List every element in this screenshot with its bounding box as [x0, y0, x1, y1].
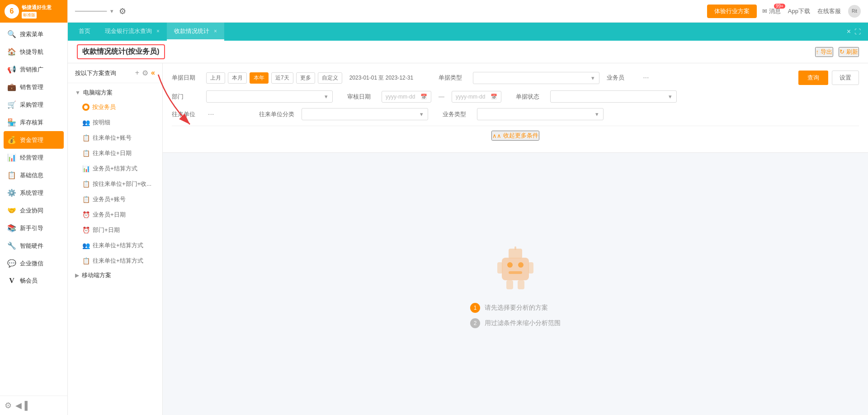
sidebar-label-operation: 经营管理 — [20, 154, 43, 162]
dropdown-arrow[interactable]: ▾ — [110, 8, 113, 14]
date-range-text: 2023-01-01 至 2023-12-31 — [349, 74, 413, 82]
sidebar-label-purchase: 采购管理 — [20, 101, 43, 109]
collapse-label: 收起更多条件 — [503, 132, 538, 140]
doc-type-dropdown[interactable]: ▾ — [473, 72, 599, 84]
tab-maximize-icon[interactable]: ⛶ — [854, 28, 861, 35]
unit-category-label: 往来单位分类 — [259, 110, 294, 118]
empty-steps: 1 请先选择要分析的方案 2 用过滤条件来缩小分析范围 — [470, 303, 561, 328]
scheme-item-salesman-date[interactable]: ⏰ 业务员+日期 — [68, 207, 162, 222]
scheme-item-unit-calc1[interactable]: 👥 往来单位+结算方式 — [68, 238, 162, 253]
avatar[interactable]: Rit — [848, 5, 861, 18]
sidebar-item-system[interactable]: ⚙️ 系统管理 — [0, 184, 67, 202]
sidebar-item-marketing[interactable]: 📢 营销推广 — [0, 61, 67, 78]
sidebar-item-sales[interactable]: 💼 销售管理 — [0, 78, 67, 96]
panel-header-actions: + ⚙ « — [135, 69, 155, 77]
sidebar-item-enterprise[interactable]: 🤝 企业协同 — [0, 202, 67, 219]
biz-type-arrow: ▾ — [595, 111, 599, 118]
scheme-item-unit-calc2[interactable]: 📋 往来单位+结算方式 — [68, 253, 162, 269]
inventory-icon: 🏪 — [7, 118, 16, 127]
scheme-item-unit-date[interactable]: 📋 往来单位+日期 — [68, 146, 162, 161]
refresh-button[interactable]: ↻ 刷新 — [839, 47, 859, 57]
tab-bank-flow-close[interactable]: × — [156, 28, 160, 34]
doc-status-dropdown[interactable]: ▾ — [550, 90, 677, 103]
tab-close-all-icon[interactable]: × — [847, 28, 851, 36]
tabbar-actions: × ⛶ — [847, 23, 864, 41]
empty-step-1: 1 请先选择要分析的方案 — [470, 303, 561, 313]
dept-date-label: 部门+日期 — [93, 226, 120, 234]
scheme-item-salesman-account[interactable]: 📋 业务员+账号 — [68, 192, 162, 207]
sidebar-item-quick-nav[interactable]: 🏠 快捷导航 — [0, 43, 67, 61]
export-button[interactable]: ↑ 导出 — [815, 47, 834, 57]
date-btn-custom[interactable]: 自定义 — [318, 72, 342, 84]
scheme-item-by-detail[interactable]: 👥 按明细 — [68, 115, 162, 130]
tab-home[interactable]: 首页 — [71, 23, 98, 41]
tab-collection-close[interactable]: × — [214, 28, 217, 34]
audit-date-start-input[interactable]: yyyy-mm-dd 📅 — [382, 91, 431, 103]
sidebar-collapse-button[interactable]: ◀▐ — [15, 401, 28, 410]
operation-icon: 📊 — [7, 153, 16, 162]
sidebar-item-basic[interactable]: 📋 基础信息 — [0, 166, 67, 184]
sidebar-item-operation[interactable]: 📊 经营管理 — [0, 149, 67, 166]
trial-button[interactable]: 体验行业方案 — [707, 5, 757, 18]
audit-date-label: 审核日期 — [347, 93, 374, 101]
system-icon: ⚙️ — [7, 189, 16, 197]
dept-arrow: ▾ — [325, 93, 328, 100]
mobile-group-header[interactable]: ▶ 移动端方案 — [68, 269, 162, 282]
tab-bank-flow-label: 现金银行流水查询 — [105, 27, 152, 35]
date-btn-more[interactable]: 更多 — [296, 72, 315, 84]
collapse-button[interactable]: ∧∧ 收起更多条件 — [491, 131, 539, 141]
panel-collapse-icon[interactable]: « — [151, 69, 155, 77]
tab-home-label: 首页 — [79, 27, 90, 35]
online-service-link[interactable]: 在线客服 — [817, 7, 841, 15]
scheme-item-by-salesman[interactable]: 按业务员 — [68, 99, 162, 115]
dept-dropdown[interactable]: ▾ — [206, 90, 333, 103]
date-btn-this-year[interactable]: 本年 — [250, 72, 269, 84]
sidebar-label-guide: 新手引导 — [20, 224, 43, 232]
unit-category-dropdown[interactable]: ▾ — [302, 108, 428, 120]
sidebar-item-inventory[interactable]: 🏪 库存核算 — [0, 113, 67, 131]
sidebar-item-search[interactable]: 🔍 搜索菜单 — [0, 25, 67, 43]
tab-collection-stats[interactable]: 收款情况统计 × — [167, 23, 224, 41]
salesman-more-btn[interactable]: ··· — [641, 74, 651, 82]
scheme-item-unit-account[interactable]: 📋 往来单位+账号 — [68, 130, 162, 146]
app-download-link[interactable]: App下载 — [788, 7, 810, 15]
biz-type-dropdown[interactable]: ▾ — [477, 108, 604, 120]
salesman-account-icon: 📋 — [82, 196, 90, 203]
detail-scheme-icon: 👥 — [82, 119, 90, 126]
sidebar-item-finance[interactable]: 💰 资金管理 — [4, 131, 64, 149]
topbar-settings-icon[interactable]: ⚙ — [119, 6, 126, 16]
desktop-group-header[interactable]: ▼ 电脑端方案 — [68, 86, 162, 99]
scheme-list: ▼ 电脑端方案 按业务员 👥 按明细 📋 — [68, 83, 162, 415]
purchase-icon: 🛒 — [7, 100, 16, 109]
date-btn-last-month[interactable]: 上月 — [206, 72, 225, 84]
sidebar-item-hardware[interactable]: 🔧 智能硬件 — [0, 237, 67, 255]
unit-account-icon: 📋 — [82, 134, 90, 141]
add-scheme-icon[interactable]: + — [135, 69, 139, 77]
unit-calc2-icon: 📋 — [82, 257, 90, 264]
scheme-item-salesman-calc[interactable]: 📊 业务员+结算方式 — [68, 161, 162, 176]
filter-settings-button[interactable]: 设置 — [832, 71, 859, 85]
sidebar-label-inventory: 库存核算 — [20, 118, 43, 127]
sidebar-item-vip[interactable]: V 畅会员 — [0, 272, 67, 289]
tab-bank-flow[interactable]: 现金银行流水查询 × — [98, 23, 167, 41]
scheme-item-unit-dept-collect[interactable]: 📋 按往来单位+部门+收... — [68, 176, 162, 192]
date-btn-7days[interactable]: 近7天 — [271, 72, 293, 84]
breadcrumb: ━━━━━━━━━━ ▾ — [75, 8, 113, 14]
sidebar-item-guide[interactable]: 📚 新手引导 — [0, 219, 67, 237]
filter-row-dept: 部门 ▾ 审核日期 yyyy-mm-dd 📅 — yyyy-mm-dd 📅 — [172, 90, 859, 103]
query-button[interactable]: 查询 — [798, 71, 828, 85]
sidebar-label-quicknav: 快捷导航 — [20, 48, 43, 56]
guide-icon: 📚 — [7, 224, 16, 232]
sidebar-item-purchase[interactable]: 🛒 采购管理 — [0, 96, 67, 113]
sidebar-item-wechat[interactable]: 💬 企业微信 — [0, 255, 67, 272]
message-badge[interactable]: ✉ 消息 99+ — [762, 7, 781, 15]
unit-more-btn[interactable]: ··· — [206, 110, 216, 118]
date-btn-this-month[interactable]: 本月 — [228, 72, 247, 84]
svg-rect-10 — [509, 271, 522, 274]
audit-date-end-input[interactable]: yyyy-mm-dd 📅 — [452, 91, 501, 103]
sidebar-settings-button[interactable]: ⚙ — [5, 401, 12, 410]
panel-header: 按以下方案查询 + ⚙ « — [68, 63, 162, 83]
scheme-settings-icon[interactable]: ⚙ — [142, 69, 148, 77]
salesman-scheme-icon — [82, 104, 90, 111]
scheme-item-dept-date[interactable]: ⏰ 部门+日期 — [68, 222, 162, 238]
